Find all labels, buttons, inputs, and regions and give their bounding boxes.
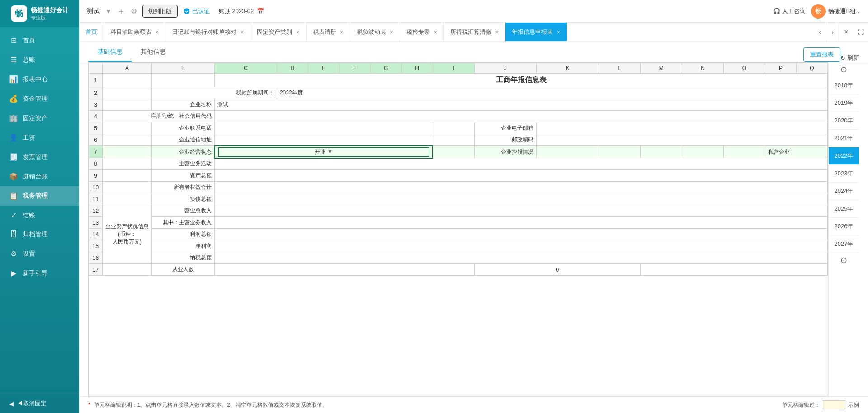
add-project-button[interactable]: ＋ [117,6,125,17]
sidebar-item-guide[interactable]: ▶ 新手引导 [0,263,79,283]
cell-net-profit-value[interactable] [215,240,828,252]
cell-equity-value[interactable] [215,182,828,193]
col-header-l[interactable]: L [599,63,641,74]
cell-revenue-value[interactable] [215,205,828,217]
year-item-2020[interactable]: 2020年 [829,112,859,130]
cell-employee-value-right[interactable] [641,264,828,276]
col-header-a[interactable]: A [103,63,152,74]
year-item-2018[interactable]: 2018年 [829,77,859,94]
refresh-button[interactable]: ↻ 刷新 [840,54,859,62]
sidebar-item-tax[interactable]: 📋 税务管理 [0,186,79,206]
tab-close-icon[interactable]: × [155,28,159,36]
reset-report-button[interactable]: 重置报表 [803,47,840,62]
cell-employee-value-left[interactable] [215,264,475,276]
cell-company-value[interactable]: 测试 [215,99,828,111]
col-header-f[interactable]: F [339,63,370,74]
sidebar-pin-button[interactable]: ◀ ◀取消固定 [0,394,79,413]
cell-a3[interactable] [103,99,152,111]
cell-main-revenue-value[interactable] [215,217,828,229]
sidebar-item-funds[interactable]: 💰 资金管理 [0,89,79,108]
cell-a11[interactable] [103,193,152,205]
tab-close-icon[interactable]: × [495,28,499,36]
cell-a5[interactable] [103,122,152,134]
cell-status-dropdown[interactable]: 开业 ▼ [215,146,433,158]
tab-journal-bank[interactable]: 日记账与银行对账单核对 × [165,23,250,41]
year-item-2025[interactable]: 2025年 [829,200,859,218]
cell-control-value[interactable]: 私营企业 [765,146,828,158]
cell-i7[interactable] [433,146,474,158]
service-button[interactable]: 🎧 人工咨询 [773,7,806,15]
cell-a8[interactable] [103,158,152,170]
cell-l7[interactable] [599,146,641,158]
cell-addr-value[interactable] [215,134,433,146]
year-item-2024[interactable]: 2024年 [829,183,859,200]
tab-close-icon[interactable]: × [557,28,560,36]
cell-o7[interactable] [724,146,765,158]
tab-prev-button[interactable]: ‹ [814,23,826,41]
cell-n7[interactable] [682,146,724,158]
year-item-2019[interactable]: 2019年 [829,94,859,112]
tab-tax-return[interactable]: 税表清册 × [307,23,350,41]
col-header-d[interactable]: D [277,63,308,74]
col-header-o[interactable]: O [724,63,765,74]
col-header-c[interactable]: C [215,63,277,74]
col-header-e[interactable]: E [308,63,339,74]
tab-close-all-button[interactable]: × [839,23,854,41]
tab-tax-expert[interactable]: 税检专家 × [400,23,444,41]
cell-i6[interactable] [433,134,474,146]
dropdown-value[interactable]: 开业 ▼ [218,147,430,157]
cell-period-value[interactable]: 2022年度 [277,87,827,99]
sidebar-item-reports[interactable]: 📊 报表中心 [0,70,79,89]
cell-reg-value[interactable] [215,111,828,122]
sidebar-item-inventory[interactable]: 📦 进销台账 [0,167,79,186]
col-header-q[interactable]: Q [796,63,827,74]
tab-expand-button[interactable]: ⛶ [854,23,868,41]
tab-close-icon[interactable]: × [240,28,244,36]
cell-b1[interactable] [152,74,215,87]
col-header-h[interactable]: H [401,63,433,74]
sidebar-item-invoices[interactable]: 🧾 发票管理 [0,147,79,167]
year-item-2026[interactable]: 2026年 [829,218,859,235]
sidebar-item-settings[interactable]: ⚙ 设置 [0,244,79,263]
project-dropdown-icon[interactable]: ▼ [105,8,112,15]
cell-a17[interactable] [103,264,152,276]
cell-phone-value[interactable] [215,122,433,134]
year-scroll-down-button[interactable]: ⊙ [829,253,859,268]
year-item-2027[interactable]: 2027年 [829,235,859,253]
cell-title[interactable]: 工商年报信息表 [215,74,828,87]
old-version-button[interactable]: 切到旧版 [142,5,178,18]
cell-assets-value[interactable] [215,170,828,182]
sidebar-item-ledger[interactable]: ☰ 总账 [0,50,79,70]
user-menu[interactable]: 畅 畅捷通B组... [811,4,861,19]
cell-a1[interactable] [103,74,152,87]
year-item-2023[interactable]: 2023年 [829,165,859,183]
cell-email-value[interactable] [537,122,828,134]
tab-income-tax[interactable]: 所得税汇算清缴 × [444,23,505,41]
cell-biz-value[interactable] [215,158,828,170]
col-header-n[interactable]: N [682,63,724,74]
cell-i5[interactable] [433,122,474,134]
sub-tab-other[interactable]: 其他信息 [132,43,175,62]
cell-profit-value[interactable] [215,229,828,240]
tab-annual-report[interactable]: 年报信息申报表 × [505,23,567,41]
col-header-b[interactable]: B [152,63,215,74]
tab-close-icon[interactable]: × [390,28,393,36]
col-header-g[interactable]: G [370,63,401,74]
col-header-i[interactable]: I [433,63,474,74]
cell-a6[interactable] [103,134,152,146]
cell-a7[interactable] [103,146,152,158]
cell-employee-value-0[interactable]: 0 [474,264,641,276]
cell-postal-value[interactable] [537,134,828,146]
tab-fixed-asset-cat[interactable]: 固定资产类别 × [250,23,306,41]
sidebar-item-payroll[interactable]: 👤 工资 [0,128,79,147]
year-item-2022[interactable]: 2022年 [829,147,859,165]
tab-home[interactable]: 首页 [79,23,104,41]
sidebar-item-archive[interactable]: 🗄 归档管理 [0,225,79,244]
col-header-m[interactable]: M [641,63,682,74]
cell-a2[interactable] [103,87,152,99]
sidebar-item-fixed-assets[interactable]: 🏢 固定资产 [0,108,79,128]
year-item-2021[interactable]: 2021年 [829,130,859,147]
sub-tab-basic[interactable]: 基础信息 [88,43,132,62]
tab-tax-burden[interactable]: 税负波动表 × [350,23,400,41]
cell-tax-value[interactable] [215,252,828,264]
